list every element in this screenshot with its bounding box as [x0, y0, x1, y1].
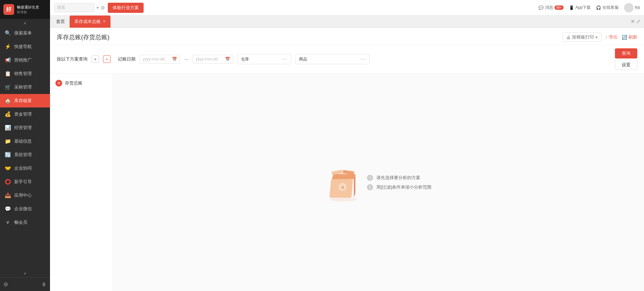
- consult-action[interactable]: 🎧 在线客服: [596, 5, 619, 10]
- search-icon: 🔍: [5, 30, 11, 36]
- empty-steps: 1 请先选择要分析的方案 2 用[过滤]条件来缩小分析范围: [367, 175, 431, 190]
- header-chevron-icon[interactable]: ▾: [97, 5, 99, 10]
- enterprise-icon: 🤝: [5, 165, 11, 171]
- filter-bar: 按以下方案查询 + « 记账日期 yyyy-mm-dd 📅 — yyyy-mm-…: [50, 45, 644, 74]
- filter-label: 按以下方案查询: [57, 56, 88, 62]
- sidebar-item-operation[interactable]: 📊 经营管理: [0, 121, 50, 135]
- sidebar-item-enterprise[interactable]: 🤝 企业协同: [0, 162, 50, 175]
- print-chevron-icon: ▾: [595, 35, 598, 40]
- tab-bar: 首页 库存成本总账 ✕ ✕ ⤢: [50, 16, 644, 28]
- empty-area: ★ 1 请先选择要分析的方案: [113, 74, 644, 291]
- refresh-btn[interactable]: 🔃 刷新: [622, 34, 637, 40]
- app-download-action[interactable]: 📱 App下载: [569, 5, 591, 10]
- app-label: App下载: [575, 5, 591, 10]
- sidebar-item-guide[interactable]: ⭕ 新手引导: [0, 175, 50, 189]
- sidebar-item-wechat[interactable]: 💬 企业微信: [0, 202, 50, 216]
- calendar-start-icon[interactable]: 📅: [172, 57, 177, 62]
- page-content: 库存总账(存货总账) 🖨 按模板打印 ▾ ↑ 导出 🔃 刷新 按以下方案查询: [50, 28, 644, 291]
- sidebar-item-label: 销售管理: [14, 71, 32, 77]
- apps-icon: 📥: [5, 192, 11, 198]
- logo-badge: 标准版: [17, 10, 39, 15]
- sidebar-item-label: 快捷导航: [14, 44, 32, 50]
- marketing-icon: 📢: [5, 57, 11, 63]
- date-end-input[interactable]: yyyy-mm-dd 📅: [193, 55, 233, 64]
- logo-text: 畅捷通好生意 标准版: [17, 5, 39, 15]
- step-text-1: 请先选择要分析的方案: [376, 175, 420, 181]
- sidebar-item-finance[interactable]: 💰 资金管理: [0, 107, 50, 121]
- sidebar-logo: 好 畅捷通好生意 标准版: [0, 0, 50, 19]
- empty-svg: ★: [325, 166, 362, 203]
- warehouse-select[interactable]: 仓库 ···: [237, 54, 291, 64]
- goods-select[interactable]: 商品 ···: [295, 54, 370, 64]
- tab-close-icon[interactable]: ✕: [103, 19, 106, 24]
- calendar-end-icon[interactable]: 📅: [225, 57, 230, 62]
- header-search-box[interactable]: 搜索: [54, 3, 95, 12]
- header-left: 搜索 ▾ ⚙ 体验行业方案: [54, 3, 144, 13]
- operation-icon: 📊: [5, 125, 11, 131]
- tab-home-label: 首页: [56, 19, 65, 25]
- panel-close-btn[interactable]: ✕: [630, 18, 635, 25]
- sidebar-item-inventory[interactable]: 🏠 库存核算: [0, 94, 50, 107]
- query-btn[interactable]: 查询: [615, 48, 637, 58]
- sidebar-item-apps[interactable]: 📥 应用中心: [0, 189, 50, 202]
- message-badge: 99+: [554, 5, 564, 10]
- user-profile[interactable]: Rit: [624, 3, 640, 13]
- filter-bar-buttons: 查询 设置: [615, 48, 637, 70]
- sales-icon: 📋: [5, 71, 11, 77]
- empty-content: ★ 1 请先选择要分析的方案: [325, 166, 431, 199]
- filter-collapse-btn[interactable]: «: [103, 55, 110, 63]
- date-start-placeholder: yyyy-mm-dd: [143, 57, 165, 62]
- sidebar-item-search[interactable]: 🔍 搜索菜单: [0, 26, 50, 40]
- consult-label: 在线客服: [602, 5, 619, 10]
- content-area: 存 存货总账: [50, 74, 644, 291]
- print-btn[interactable]: 🖨 按模板打印 ▾: [563, 32, 601, 42]
- scroll-up[interactable]: ▲: [0, 19, 50, 26]
- export-icon: ↑: [605, 35, 608, 40]
- sidebar-item-purchase[interactable]: 🛒 采购管理: [0, 80, 50, 94]
- sidebar-item-vip[interactable]: V 畅会员: [0, 216, 50, 229]
- goods-label: 商品: [299, 56, 307, 62]
- sidebar-item-sales[interactable]: 📋 销售管理: [0, 67, 50, 80]
- warehouse-more-icon[interactable]: ···: [282, 56, 288, 62]
- sidebar-item-shortcut[interactable]: ⚡ 快捷导航: [0, 40, 50, 53]
- system-icon: 🔄: [5, 152, 11, 158]
- filter-add-btn[interactable]: +: [92, 55, 99, 63]
- sidebar-item-label: 经营管理: [14, 125, 32, 131]
- tab-bar-right: ✕ ⤢: [630, 18, 644, 25]
- panel-expand-btn[interactable]: ⤢: [636, 18, 641, 25]
- step-text-2: 用[过滤]条件来缩小分析范围: [376, 184, 431, 190]
- sidebar-item-label: 企业协同: [14, 165, 32, 171]
- message-action[interactable]: 💬 消息 99+: [539, 5, 564, 10]
- sidebar-item-basic[interactable]: 📁 基础信息: [0, 135, 50, 148]
- scheme-item-inventory-ledger[interactable]: 存 存货总账: [50, 77, 112, 89]
- scheme-icon-text: 存: [57, 81, 60, 86]
- search-placeholder: 搜索: [57, 5, 65, 10]
- top-header: 搜索 ▾ ⚙ 体验行业方案 💬 消息 99+ 📱 App下载 🎧 在线客服: [50, 0, 644, 16]
- scroll-down[interactable]: ▼: [0, 270, 50, 277]
- settings-icon[interactable]: ⚙: [3, 281, 8, 288]
- scheme-item-label: 存货总账: [65, 80, 82, 86]
- refresh-label: 刷新: [628, 34, 637, 40]
- collapse-icon[interactable]: ⏸: [41, 282, 47, 288]
- date-label: 记账日期: [118, 56, 135, 62]
- basic-icon: 📁: [5, 138, 11, 144]
- tab-home[interactable]: 首页: [51, 16, 70, 28]
- export-btn[interactable]: ↑ 导出: [605, 34, 618, 40]
- setting-btn[interactable]: 设置: [615, 60, 637, 70]
- sidebar-item-marketing[interactable]: 📢 营销推广: [0, 53, 50, 67]
- step-num-1: 1: [367, 175, 373, 181]
- header-gear-icon[interactable]: ⚙: [101, 5, 105, 10]
- scheme-item-icon: 存: [55, 80, 62, 87]
- sidebar-item-system[interactable]: 🔄 系统管理: [0, 148, 50, 162]
- goods-more-icon[interactable]: ···: [361, 56, 366, 62]
- step-num-2: 2: [367, 184, 373, 190]
- sidebar-item-label: 库存核算: [14, 98, 32, 104]
- page-title: 库存总账(存货总账): [57, 33, 109, 41]
- industry-btn[interactable]: 体验行业方案: [108, 3, 144, 13]
- guide-icon: ⭕: [5, 179, 11, 185]
- logo-name: 畅捷通好生意: [17, 5, 39, 10]
- tab-inventory-cost[interactable]: 库存成本总账 ✕: [70, 16, 110, 28]
- shortcut-icon: ⚡: [5, 44, 11, 50]
- scheme-panel: 存 存货总账: [50, 74, 113, 291]
- date-start-input[interactable]: yyyy-mm-dd 📅: [140, 55, 180, 64]
